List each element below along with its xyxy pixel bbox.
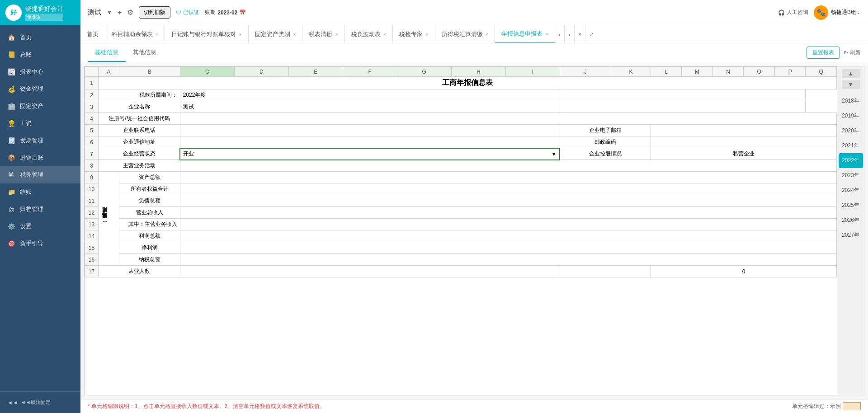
sidebar-item-home[interactable]: 🏠 首页 — [0, 29, 80, 46]
sidebar-label-home: 首页 — [20, 33, 32, 42]
tab-next-button[interactable]: › — [565, 25, 575, 43]
sub-tab-other-label: 其他信息 — [133, 49, 156, 56]
tab-fixed-assets-type[interactable]: 固定资产类别 × — [249, 25, 302, 43]
row-num-1: 1 — [85, 77, 99, 89]
cell-13-value[interactable] — [180, 219, 836, 230]
dropdown-arrow-icon[interactable]: ▼ — [551, 151, 557, 157]
tab-close-icon[interactable]: × — [425, 32, 428, 37]
tab-bank-reconcile[interactable]: 日记账与银行对账单核对 × — [165, 25, 248, 43]
row-16: 16 纳税总额 — [85, 254, 837, 266]
sidebar-item-reports[interactable]: 📈 报表中心 — [0, 63, 80, 80]
topbar-dropdown-icon[interactable]: ▼ — [107, 9, 112, 16]
year-item-2027[interactable]: 2027年 — [839, 228, 863, 243]
cell-2-ab: 税款所属期间： — [99, 89, 180, 101]
cell-5-phone[interactable] — [180, 125, 560, 136]
topbar-settings-icon[interactable]: ⚙ — [127, 8, 133, 17]
tab-expand-button[interactable]: ⤢ — [585, 25, 597, 43]
cell-3-label: 企业名称 — [99, 101, 180, 113]
tab-tax-fluctuation[interactable]: 税负波动表 × — [345, 25, 393, 43]
year-item-2020[interactable]: 2020年 — [839, 123, 863, 138]
spreadsheet-scroll[interactable]: A B C D E F G H I J — [85, 66, 837, 395]
tab-income-tax[interactable]: 所得税汇算清缴 × — [435, 25, 495, 43]
col-header-q: Q — [806, 67, 837, 77]
refresh-button[interactable]: ↻ 刷新 — [844, 47, 861, 59]
tab-close-icon[interactable]: × — [545, 31, 548, 37]
tab-close-icon[interactable]: × — [383, 32, 386, 37]
tab-tax-inspection[interactable]: 税检专家 × — [393, 25, 435, 43]
home-icon: 🏠 — [7, 34, 15, 41]
sidebar-item-finance[interactable]: 💰 资金管理 — [0, 80, 80, 98]
sub-tab-basic[interactable]: 基础信息 — [88, 44, 126, 62]
reset-report-button[interactable]: 重置报表 — [807, 47, 840, 59]
calendar-icon[interactable]: 📅 — [239, 9, 246, 16]
sidebar-item-settings[interactable]: ⚙️ 设置 — [0, 218, 80, 235]
topbar-add-button[interactable]: + — [118, 9, 122, 17]
cell-6-zip[interactable] — [651, 136, 837, 148]
cell-3-value[interactable]: 测试 — [180, 101, 560, 113]
tab-home[interactable]: 首页 — [80, 25, 105, 43]
cell-17-value[interactable] — [180, 266, 560, 277]
sidebar-item-ledger[interactable]: 📒 总账 — [0, 46, 80, 63]
tab-prev-button[interactable]: ‹ — [555, 25, 565, 43]
cell-5-email[interactable] — [651, 125, 837, 136]
cell-5-label: 企业联系电话 — [99, 125, 180, 136]
cell-9-value[interactable] — [180, 172, 836, 183]
tab-subject-balance[interactable]: 科目辅助余额表 × — [105, 25, 165, 43]
cell-2-value[interactable]: 2022年度 — [180, 89, 560, 101]
cell-15-value[interactable] — [180, 242, 836, 254]
user-area[interactable]: 🐾 畅捷通B组... — [814, 5, 861, 20]
sidebar-item-tax[interactable]: 🏛 税务管理 — [0, 166, 80, 183]
tab-close-icon[interactable]: × — [293, 32, 296, 37]
sidebar-item-inventory[interactable]: 📦 进销台账 — [0, 149, 80, 166]
cell-11-value[interactable] — [180, 195, 836, 207]
cell-10-value[interactable] — [180, 183, 836, 195]
certified-badge: 🛡 已认证 — [176, 9, 199, 16]
tab-close-icon[interactable]: × — [239, 32, 241, 37]
cell-14-value[interactable] — [180, 230, 836, 242]
sub-tab-bar: 基础信息 其他信息 重置报表 ↻ 刷新 — [80, 43, 868, 62]
col-header-p: P — [775, 67, 806, 77]
tab-tax-inspection-label: 税检专家 — [399, 30, 423, 38]
sidebar-item-guide[interactable]: 🎯 新手引导 — [0, 235, 80, 252]
cell-7-status[interactable]: 开业 ▼ — [180, 148, 560, 160]
tab-close-icon[interactable]: × — [335, 32, 338, 37]
dropdown-container: 开业 ▼ — [183, 150, 557, 158]
cell-4-value[interactable] — [180, 113, 836, 125]
year-item-2023[interactable]: 2023年 — [839, 168, 863, 183]
sidebar-item-payroll[interactable]: 👷 工资 — [0, 115, 80, 132]
cell-6-address[interactable] — [180, 136, 560, 148]
consult-button[interactable]: 🎧 人工咨询 — [778, 9, 808, 16]
year-item-2021[interactable]: 2021年 — [839, 138, 863, 153]
sidebar-bottom: ◄◄ ◄◄取消固定 — [0, 391, 80, 413]
year-item-2019[interactable]: 2019年 — [839, 108, 863, 123]
cell-7-control-value[interactable]: 私营企业 — [651, 148, 837, 160]
tab-tax-form[interactable]: 税表清册 × — [302, 25, 344, 43]
cell-16-value[interactable] — [180, 254, 836, 266]
unfix-button[interactable]: ◄◄ ◄◄取消固定 — [0, 395, 80, 409]
sub-tab-other[interactable]: 其他信息 — [126, 44, 164, 62]
year-item-2026[interactable]: 2026年 — [839, 213, 863, 228]
tab-close-all-button[interactable]: × — [575, 25, 585, 43]
sidebar-nav: 🏠 首页 📒 总账 📈 报表中心 💰 资金管理 🏢 固定资产 👷 工资 — [0, 25, 80, 391]
tab-close-icon[interactable]: × — [156, 32, 158, 37]
cell-17-mid — [560, 266, 651, 277]
cell-8-value[interactable] — [180, 160, 836, 172]
sidebar-item-invoice[interactable]: 🧾 发票管理 — [0, 132, 80, 149]
year-item-2025[interactable]: 2025年 — [839, 198, 863, 213]
year-item-2018[interactable]: 2018年 — [839, 94, 863, 108]
switch-to-old-button[interactable]: 切到旧版 — [139, 6, 170, 19]
sidebar-item-close[interactable]: 📁 结账 — [0, 183, 80, 201]
year-item-2024[interactable]: 2024年 — [839, 183, 863, 198]
cell-9-label: 资产总额 — [119, 172, 180, 183]
year-down-button[interactable]: ▼ — [842, 80, 860, 89]
dropdown-value: 开业 — [183, 150, 194, 158]
year-up-button[interactable]: ▲ — [842, 69, 860, 78]
tab-close-icon[interactable]: × — [486, 32, 488, 37]
cell-12-value[interactable] — [180, 207, 836, 219]
year-item-2022[interactable]: 2022年 — [839, 153, 863, 168]
tab-annual-report[interactable]: 年报信息申报表 × — [495, 25, 555, 43]
consult-text: 人工咨询 — [787, 9, 808, 16]
content-area: 基础信息 其他信息 重置报表 ↻ 刷新 — [80, 43, 868, 413]
sidebar-item-archive[interactable]: 🗂 归档管理 — [0, 201, 80, 218]
sidebar-item-assets[interactable]: 🏢 固定资产 — [0, 98, 80, 115]
